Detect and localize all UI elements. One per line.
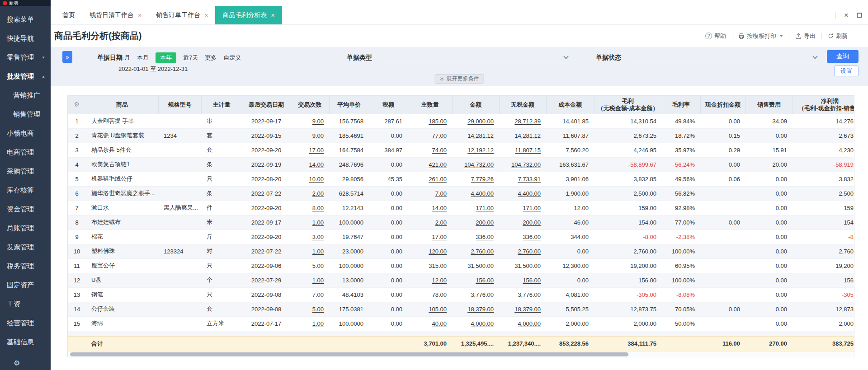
cell-amount[interactable]: 18,379.00 (452, 302, 499, 316)
sidebar-item-general-ledger[interactable]: 总账管理 (0, 219, 51, 238)
cell-amount[interactable]: 2,760.00 (452, 244, 499, 258)
scrollbar-thumb[interactable] (70, 352, 628, 356)
sidebar-item-ecom-mgmt[interactable]: 电商管理 (0, 143, 51, 162)
cell-amount[interactable]: 29,000.00 (452, 114, 499, 128)
column-header-sales-expense[interactable]: 销售费用 (745, 96, 793, 114)
cell-notax-amount[interactable]: 200.00 (499, 215, 546, 229)
date-option-custom[interactable]: 自定义 (223, 54, 241, 62)
sidebar-item-wholesale-mgmt[interactable]: 批发管理▲ (0, 67, 51, 86)
help-button[interactable]: ? 帮助 (705, 32, 726, 40)
date-option-last-month[interactable]: 上月 (118, 54, 130, 62)
sidebar-item-quick-nav[interactable]: 快捷导航 (0, 29, 51, 48)
cell-notax-amount[interactable]: 171.00 (499, 201, 546, 215)
horizontal-scrollbar[interactable] (68, 351, 854, 357)
sidebar-item-sales-mgmt[interactable]: 销售管理 (0, 105, 51, 124)
sidebar-item-xiaochang-ecom[interactable]: 小畅电商 (0, 124, 51, 143)
cell-trade-count[interactable]: 5.00 (291, 258, 329, 273)
date-end[interactable]: 2022-12-31 (158, 66, 188, 72)
cell-notax-amount[interactable]: 7,733.91 (499, 172, 546, 186)
cell-main-qty[interactable]: 261.00 (408, 172, 452, 186)
cell-amount[interactable]: 7,779.26 (452, 172, 499, 186)
column-header-main-qty[interactable]: 主数量 (408, 96, 452, 114)
sidebar-item-purchase-mgmt[interactable]: 采购管理 (0, 162, 51, 181)
close-tab-icon[interactable]: × (204, 12, 208, 19)
date-start[interactable]: 2022-01-01 (118, 66, 149, 72)
cell-amount[interactable]: 31,500.00 (452, 258, 499, 273)
cell-amount[interactable]: 200.00 (452, 215, 499, 229)
sidebar-item-invoice-mgmt[interactable]: 发票管理 (0, 238, 51, 257)
cell-main-qty[interactable]: 120.00 (408, 244, 452, 258)
cell-trade-count[interactable]: 17.00 (291, 143, 329, 157)
settings-button[interactable]: 设置 (834, 66, 859, 76)
print-by-template-button[interactable]: 按模板打印 (738, 32, 783, 40)
tab-home[interactable]: 首页 (55, 6, 82, 24)
cell-main-qty[interactable]: 2.00 (408, 215, 452, 229)
fullscreen-icon[interactable] (857, 13, 862, 18)
cell-trade-count[interactable]: 1.00 (291, 215, 329, 229)
tab-profit-analysis[interactable]: 商品毛利分析表× (215, 6, 282, 24)
expand-filter-panel-button[interactable]: » (62, 51, 72, 63)
tab-daily-clearing-workbench[interactable]: 钱货日清工作台× (82, 6, 149, 24)
cell-notax-amount[interactable]: 2,760.00 (499, 244, 546, 258)
cell-trade-count[interactable]: 1.00 (291, 244, 329, 258)
settings-gear-icon[interactable]: ⚙ (14, 360, 20, 367)
cell-notax-amount[interactable]: 156.00 (499, 273, 546, 287)
cell-amount[interactable]: 4,400.00 (452, 186, 499, 201)
cell-notax-amount[interactable]: 28,712.39 (499, 114, 546, 128)
date-option-this-month[interactable]: 本月 (137, 54, 149, 62)
sidebar-item-search-menu[interactable]: 搜索菜单 (0, 10, 51, 29)
quick-create-button[interactable]: 新增 (0, 0, 51, 6)
column-header-product[interactable]: 商品 (86, 96, 158, 114)
cell-trade-count[interactable]: 7.00 (291, 287, 329, 302)
column-header-net-profit[interactable]: 净利润 （毛利-现金折扣-销售费 (793, 96, 854, 114)
cell-main-qty[interactable]: 105.00 (408, 302, 452, 316)
column-header-unit[interactable]: 主计量 (201, 96, 242, 114)
sidebar-item-retail-mgmt[interactable]: 零售管理▼ (0, 48, 51, 67)
date-option-last-7-days[interactable]: 近7天 (183, 54, 198, 62)
cell-notax-amount[interactable]: 4,000.00 (499, 316, 546, 331)
cell-main-qty[interactable]: 77.00 (408, 128, 452, 143)
cell-notax-amount[interactable]: 11,807.15 (499, 143, 546, 157)
query-button[interactable]: 查询 (827, 50, 859, 63)
cell-notax-amount[interactable]: 18,379.00 (499, 302, 546, 316)
cell-trade-count[interactable]: 8.00 (291, 201, 329, 215)
cell-trade-count[interactable]: 5.00 (291, 302, 329, 316)
column-header-gross-margin[interactable]: 毛利率 (662, 96, 700, 114)
cell-notax-amount[interactable]: 4,400.00 (499, 186, 546, 201)
cell-trade-count[interactable]: 14.00 (291, 157, 329, 172)
cell-notax-amount[interactable]: 336.00 (499, 229, 546, 244)
cell-amount[interactable]: 171.00 (452, 201, 499, 215)
cell-trade-count[interactable]: 2.00 (291, 186, 329, 201)
cell-trade-count[interactable]: 1.00 (291, 316, 329, 331)
cell-trade-count[interactable]: 1.00 (291, 273, 329, 287)
column-header-trade-count[interactable]: 交易次数 (291, 96, 329, 114)
cell-amount[interactable]: 336.00 (452, 229, 499, 244)
sidebar-item-marketing-promo[interactable]: 营销推广 (0, 86, 51, 105)
column-header-spec-model[interactable]: 规格型号 (158, 96, 201, 114)
cell-trade-count[interactable]: 10.00 (291, 172, 329, 186)
tab-sales-order-workbench[interactable]: 销售订单工作台× (149, 6, 215, 24)
sidebar-item-tax-mgmt[interactable]: 税务管理 (0, 257, 51, 276)
cell-main-qty[interactable]: 17.00 (408, 229, 452, 244)
column-header-amount[interactable]: 金额 (452, 96, 499, 114)
table-settings-gear-icon[interactable]: ⚙ (68, 96, 86, 114)
column-header-cash-discount[interactable]: 现金折扣金额 (700, 96, 745, 114)
column-header-last-trade-date[interactable]: 最后交易日期 (242, 96, 291, 114)
cell-main-qty[interactable]: 7.00 (408, 186, 452, 201)
cell-amount[interactable]: 156.00 (452, 273, 499, 287)
cell-amount[interactable]: 104,732.00 (452, 157, 499, 172)
close-all-tabs-icon[interactable]: × (844, 11, 849, 20)
cell-main-qty[interactable]: 78.00 (408, 287, 452, 302)
column-header-notax-amount[interactable]: 无税金额 (499, 96, 546, 114)
cell-main-qty[interactable]: 12.00 (408, 273, 452, 287)
column-header-gross-profit[interactable]: 毛利 （无税金额-成本金额） (594, 96, 662, 114)
cell-amount[interactable]: 12,192.12 (452, 143, 499, 157)
cell-notax-amount[interactable]: 3,776.00 (499, 287, 546, 302)
cell-main-qty[interactable]: 315.00 (408, 258, 452, 273)
sidebar-item-base-info[interactable]: 基础信息 (0, 333, 51, 351)
date-option-this-year[interactable]: 本年 (156, 52, 176, 63)
sidebar-item-payroll[interactable]: 工资 (0, 295, 51, 314)
sidebar-item-operation-mgmt[interactable]: 经营管理 (0, 314, 51, 333)
date-option-more[interactable]: 更多 (205, 54, 217, 62)
sidebar-item-inventory-accounting[interactable]: 库存核算 (0, 181, 51, 200)
